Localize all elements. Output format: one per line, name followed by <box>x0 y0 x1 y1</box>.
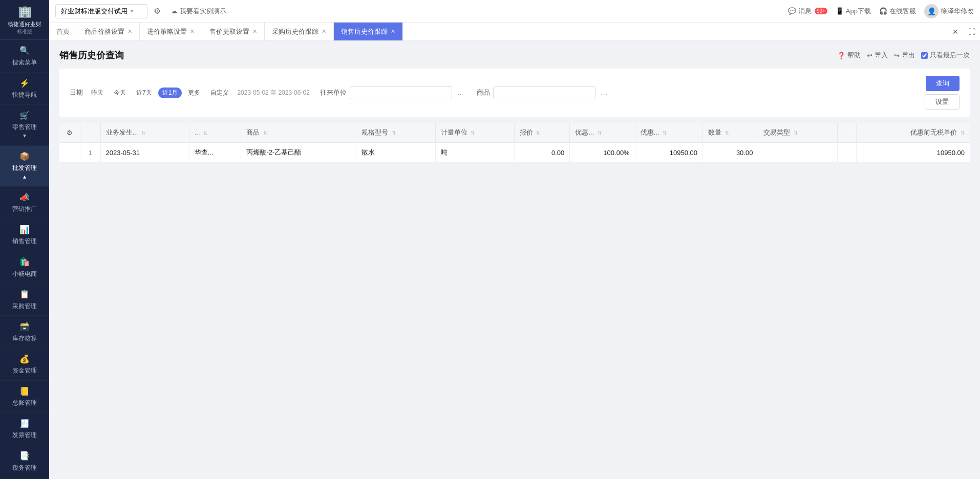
sidebar-item-wholesale-mgmt[interactable]: 📦 批发管理 ▴ <box>0 146 49 187</box>
product-dots-btn[interactable]: … <box>599 88 610 98</box>
app-download-action[interactable]: 📱 App下载 <box>836 7 871 16</box>
sidebar-item-invoice-mgmt[interactable]: 🧾 发票管理 <box>0 413 49 445</box>
product-value: 丙烯酸-2-乙基己酯 <box>246 148 301 156</box>
tab-purchase-history-label: 采购历史价跟踪 <box>272 27 318 36</box>
sidebar-item-search-menu[interactable]: 🔍 搜索菜单 <box>0 40 49 72</box>
tab-purchase-history-close-icon[interactable]: ✕ <box>322 29 326 34</box>
headset-icon: 🎧 <box>879 7 887 15</box>
th-gear[interactable]: ⚙ <box>59 123 80 143</box>
table-row[interactable]: 1 2023-05-31 华查... 丙烯酸-2-乙基己酯 散水 <box>59 143 970 163</box>
tab-sale-price-extract-label: 售价提取设置 <box>209 27 249 36</box>
customer-input[interactable] <box>350 86 452 99</box>
export-label: 导出 <box>902 51 915 60</box>
th-discount1-label: 优惠... <box>575 128 594 136</box>
th-product[interactable]: 商品 ⇅ <box>241 123 356 143</box>
date-btn-today[interactable]: 今天 <box>110 88 130 98</box>
sidebar-item-xiaochang-ec[interactable]: 🛍️ 小畅电商 <box>0 251 49 284</box>
sort-spec-icon: ⇅ <box>392 130 396 136</box>
only-last-checkbox-label[interactable]: 只看最后一次 <box>921 51 970 60</box>
marketing-icon: 📣 <box>19 192 30 203</box>
th-pre-tax-price[interactable]: 优惠前无税单价 ⇅ <box>856 123 970 143</box>
customer-dots-btn[interactable]: … <box>455 88 466 98</box>
sidebar-item-retail-mgmt[interactable]: 🛒 零售管理 ▾ <box>0 105 49 146</box>
date-filter-label: 日期 <box>70 88 83 97</box>
main-area: 好业财标准版交付试用 ▾ ⚙ ☁ 我要看实例演示 💬 消息 99+ 📱 App下… <box>49 0 980 479</box>
date-range-display: 2023-05-02 至 2023-06-02 <box>237 89 309 97</box>
sidebar-item-label-sales: 销售管理 <box>12 237 37 246</box>
sidebar-item-tax-mgmt[interactable]: 📑 税务管理 <box>0 445 49 477</box>
sidebar-item-marketing[interactable]: 📣 营销推广 <box>0 187 49 219</box>
messages-action[interactable]: 💬 消息 99+ <box>788 7 827 16</box>
td-biz-date: 2023-05-31 <box>100 143 189 163</box>
help-label: 帮助 <box>847 51 861 60</box>
th-spec[interactable]: 规格型号 ⇅ <box>356 123 435 143</box>
product-input[interactable] <box>493 86 595 99</box>
tab-commodity-price-close-icon[interactable]: ✕ <box>127 29 132 34</box>
tab-commodity-price[interactable]: 商品价格设置 ✕ <box>77 23 140 41</box>
sidebar-item-label-inventory: 库存核算 <box>12 334 37 343</box>
th-trans-type[interactable]: 交易类型 ⇅ <box>758 123 837 143</box>
date-btn-more[interactable]: 更多 <box>184 88 204 98</box>
th-biz-date-label: 业务发生... <box>106 128 138 136</box>
tab-sales-history[interactable]: 销售历史价跟踪 ✕ <box>334 23 403 41</box>
th-price[interactable]: 报价 ⇅ <box>514 123 569 143</box>
tab-expand-btn[interactable]: ⛶ <box>964 23 980 41</box>
th-discount2[interactable]: 优惠... ⇅ <box>635 123 702 143</box>
tab-purchase-history[interactable]: 采购历史价跟踪 ✕ <box>265 23 334 41</box>
online-service-action[interactable]: 🎧 在线客服 <box>879 7 916 16</box>
tab-sale-price-extract[interactable]: 售价提取设置 ✕ <box>202 23 265 41</box>
data-table: ⚙ 业务发生... ⇅ ... ⇅ 商品 ⇅ <box>59 123 970 163</box>
sort-discount1-icon: ⇅ <box>598 130 602 136</box>
query-button[interactable]: 查询 <box>926 76 960 91</box>
tab-purchase-strategy-close-icon[interactable]: ✕ <box>190 29 195 34</box>
sidebar-item-quick-nav[interactable]: ⚡ 快捷导航 <box>0 73 49 105</box>
retail-mgmt-icon: 🛒 <box>19 110 30 121</box>
demo-link[interactable]: ☁ 我要看实例演示 <box>171 7 226 16</box>
help-link[interactable]: ❓ 帮助 <box>837 51 861 60</box>
sidebar-item-purchase-mgmt[interactable]: 📋 采购管理 <box>0 284 49 316</box>
sidebar-item-general-ledger[interactable]: 📒 总账管理 <box>0 381 49 413</box>
app-download-icon: 📱 <box>836 7 844 15</box>
invoice-mgmt-icon: 🧾 <box>19 418 30 429</box>
th-unit-label: 计量单位 <box>441 128 467 136</box>
sidebar-item-sales-mgmt[interactable]: 📊 销售管理 <box>0 219 49 251</box>
export-link[interactable]: ↪ 导出 <box>894 51 915 60</box>
th-quantity[interactable]: 数量 ⇅ <box>703 123 758 143</box>
only-last-checkbox[interactable] <box>921 52 928 59</box>
td-spacer <box>837 143 856 163</box>
tab-sales-history-label: 销售历史价跟踪 <box>341 27 388 36</box>
filter-area: 日期 昨天 今天 近7天 近1月 更多 自定义 2023-05-02 至 202… <box>59 69 970 117</box>
import-link[interactable]: ↩ 导入 <box>867 51 888 60</box>
unit-value: 吨 <box>441 148 448 156</box>
page-content: 销售历史价查询 ❓ 帮助 ↩ 导入 ↪ 导出 只看最后一次 <box>49 41 980 479</box>
tab-home[interactable]: 首页 <box>49 23 77 41</box>
th-biz-date[interactable]: 业务发生... ⇅ <box>100 123 189 143</box>
table-gear-icon: ⚙ <box>67 129 73 137</box>
sidebar-item-label-retail: 零售管理 <box>12 123 37 132</box>
td-price: 0.00 <box>514 143 569 163</box>
sidebar-item-label-ledger: 总账管理 <box>12 399 37 407</box>
th-discount1[interactable]: 优惠... ⇅ <box>570 123 635 143</box>
tab-bar: 首页 商品价格设置 ✕ 进价策略设置 ✕ 售价提取设置 ✕ 采购历史价跟踪 ✕ … <box>49 23 980 41</box>
td-row-num: 1 <box>80 143 100 163</box>
date-btn-last7days[interactable]: 近7天 <box>132 88 156 98</box>
tab-sales-history-close-icon[interactable]: ✕ <box>391 29 395 34</box>
sidebar-item-label-tax: 税务管理 <box>12 464 37 472</box>
messages-label: 消息 <box>798 7 812 16</box>
tab-sale-price-extract-close-icon[interactable]: ✕ <box>252 29 257 34</box>
sidebar-item-capital-mgmt[interactable]: 💰 资金管理 <box>0 349 49 381</box>
th-more-cols[interactable]: ... ⇅ <box>189 123 241 143</box>
sort-trans-type-icon: ⇅ <box>794 130 798 136</box>
date-btn-last1month[interactable]: 近1月 <box>158 88 182 98</box>
sidebar-item-label-invoice: 发票管理 <box>12 431 37 440</box>
date-btn-custom[interactable]: 自定义 <box>206 88 233 98</box>
date-btn-yesterday[interactable]: 昨天 <box>87 88 108 98</box>
th-unit[interactable]: 计量单位 ⇅ <box>435 123 514 143</box>
user-info[interactable]: 👤 徐泽华修改 <box>924 4 974 18</box>
tab-purchase-strategy[interactable]: 进价策略设置 ✕ <box>140 23 202 41</box>
product-select[interactable]: 好业财标准版交付试用 ▾ <box>55 4 147 18</box>
tab-close-btn[interactable]: ✕ <box>947 23 964 41</box>
settings-button[interactable]: 设置 <box>925 94 960 110</box>
product-settings-icon[interactable]: ⚙ <box>152 4 163 18</box>
sidebar-item-inventory-mgmt[interactable]: 🗃️ 库存核算 <box>0 316 49 348</box>
